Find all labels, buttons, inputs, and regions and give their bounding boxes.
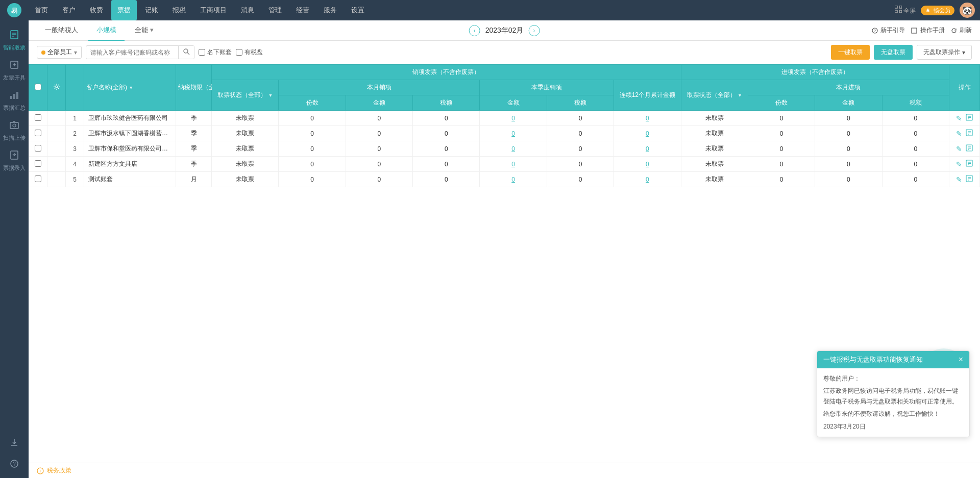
row-edit-icon[interactable]: ✎ xyxy=(956,130,962,138)
row-settings-cell[interactable] xyxy=(47,126,66,141)
row-customer-name: 测试账套 xyxy=(84,172,176,187)
row-sales-month-amount: 0 xyxy=(346,141,412,157)
sidebar-item-open-invoice[interactable]: 发票开具 xyxy=(0,56,29,86)
has-taxdisk-input[interactable] xyxy=(236,49,242,56)
cumulative-link[interactable]: 0 xyxy=(646,176,649,183)
quarter-amount-link[interactable]: 0 xyxy=(511,145,515,153)
nav-bookkeeping[interactable]: 记账 xyxy=(139,0,164,20)
select-all-checkbox[interactable] xyxy=(35,84,41,90)
row-sales-month-amount: 0 xyxy=(346,172,412,187)
row-purchase-month-amount: 0 xyxy=(815,111,882,126)
row-edit-icon[interactable]: ✎ xyxy=(956,114,962,122)
sidebar: 智能取票 发票开具 票据汇总 扫描 xyxy=(0,20,29,478)
th-sales-quarter-amount: 金额 xyxy=(480,95,547,111)
row-settings-cell[interactable] xyxy=(47,172,66,187)
row-checkbox-cell[interactable] xyxy=(29,141,47,157)
nav-operations[interactable]: 经营 xyxy=(290,0,315,20)
row-checkbox[interactable] xyxy=(35,175,41,182)
row-purchase-month-count: 0 xyxy=(748,157,815,172)
row-edit-icon[interactable]: ✎ xyxy=(956,145,962,153)
refresh-link[interactable]: 刷新 xyxy=(951,26,972,35)
row-detail-icon[interactable] xyxy=(966,130,973,138)
quarter-amount-link[interactable]: 0 xyxy=(511,176,515,183)
row-checkbox-cell[interactable] xyxy=(29,126,47,141)
row-checkbox[interactable] xyxy=(35,160,41,167)
my-accounts-input[interactable] xyxy=(199,49,205,56)
tab-dropdown-icon[interactable]: ▾ xyxy=(150,26,154,34)
tab-small-scale[interactable]: 小规模 xyxy=(88,20,125,41)
quarter-amount-link[interactable]: 0 xyxy=(511,130,515,137)
nav-management[interactable]: 管理 xyxy=(262,0,288,20)
th-tax-period[interactable]: 纳税期限（全部） xyxy=(176,65,212,111)
next-month-button[interactable]: › xyxy=(528,25,540,36)
svg-rect-2 xyxy=(895,6,897,8)
row-cumulative: 0 xyxy=(614,157,681,172)
sidebar-download[interactable] xyxy=(5,434,23,452)
app-logo[interactable]: 易 xyxy=(5,1,23,19)
search-button[interactable] xyxy=(178,46,194,59)
row-detail-icon[interactable] xyxy=(966,160,973,168)
row-checkbox[interactable] xyxy=(35,130,41,136)
tab-all-capable[interactable]: 全能 ▾ xyxy=(127,20,162,41)
nav-service[interactable]: 服务 xyxy=(317,0,343,20)
nav-messages[interactable]: 消息 xyxy=(235,0,260,20)
sidebar-item-entry[interactable]: 票据录入 xyxy=(0,146,29,176)
filter-dropdown-icon: ▾ xyxy=(74,49,77,56)
row-edit-icon[interactable]: ✎ xyxy=(956,175,962,184)
nav-home[interactable]: 首页 xyxy=(29,0,54,20)
row-settings-cell[interactable] xyxy=(47,157,66,172)
fullscreen-button[interactable]: 全屏 xyxy=(895,6,916,15)
sidebar-item-smart-invoice[interactable]: 智能取票 xyxy=(0,26,29,56)
my-accounts-checkbox[interactable]: 名下账套 xyxy=(199,48,232,57)
has-taxdisk-checkbox[interactable]: 有税盘 xyxy=(236,48,263,57)
onekey-fetch-button[interactable]: 一键取票 xyxy=(831,45,870,60)
row-detail-icon[interactable] xyxy=(966,114,973,122)
search-input[interactable] xyxy=(86,47,178,58)
vip-badge[interactable]: 畅会员 xyxy=(921,6,954,15)
cumulative-link[interactable]: 0 xyxy=(646,145,649,153)
row-detail-icon[interactable] xyxy=(966,175,973,184)
nav-invoice[interactable]: 票据 xyxy=(111,0,137,20)
nodisk-fetch-button[interactable]: 无盘取票 xyxy=(874,45,913,60)
row-settings-cell[interactable] xyxy=(47,111,66,126)
row-edit-icon[interactable]: ✎ xyxy=(956,160,962,168)
manual-link[interactable]: 操作手册 xyxy=(911,26,944,35)
row-actions-cell: ✎ xyxy=(949,172,980,187)
user-avatar[interactable]: 🐼 xyxy=(960,3,975,18)
tax-policy-link[interactable]: 税务政策 xyxy=(47,466,71,475)
th-customer-name[interactable]: 客户名称(全部) xyxy=(84,65,176,111)
prev-month-button[interactable]: ‹ xyxy=(469,25,480,36)
th-checkbox[interactable] xyxy=(29,65,47,111)
row-detail-icon[interactable] xyxy=(966,145,973,153)
sidebar-help[interactable]: ? xyxy=(5,455,23,473)
quarter-amount-link[interactable]: 0 xyxy=(511,115,515,122)
th-purchase-status[interactable]: 取票状态（全部） xyxy=(681,80,748,111)
row-checkbox[interactable] xyxy=(35,114,41,121)
nodisk-ops-button[interactable]: 无盘取票操作 ▾ xyxy=(917,45,972,60)
th-settings[interactable] xyxy=(47,65,66,111)
quarter-amount-link[interactable]: 0 xyxy=(511,161,515,168)
nav-tax[interactable]: 报税 xyxy=(166,0,192,20)
row-checkbox-cell[interactable] xyxy=(29,172,47,187)
cumulative-link[interactable]: 0 xyxy=(646,115,649,122)
row-settings-cell[interactable] xyxy=(47,141,66,157)
tab-general-taxpayer[interactable]: 一般纳税人 xyxy=(37,20,86,41)
cumulative-link[interactable]: 0 xyxy=(646,130,649,137)
notification-close-button[interactable]: × xyxy=(959,356,963,364)
row-purchase-status: 未取票 xyxy=(681,126,748,141)
row-checkbox-cell[interactable] xyxy=(29,157,47,172)
nav-business[interactable]: 工商项目 xyxy=(194,0,233,20)
sidebar-item-summary[interactable]: 票据汇总 xyxy=(0,86,29,116)
cumulative-link[interactable]: 0 xyxy=(646,161,649,168)
th-sales-status[interactable]: 取票状态（全部） xyxy=(212,80,279,111)
row-checkbox-cell[interactable] xyxy=(29,111,47,126)
beginner-guide-link[interactable]: ? 新手引导 xyxy=(872,26,905,35)
row-checkbox[interactable] xyxy=(35,145,41,152)
sidebar-item-scan[interactable]: 扫描上传 xyxy=(0,116,29,146)
nav-billing[interactable]: 收费 xyxy=(84,0,109,20)
employee-filter[interactable]: 全部员工 ▾ xyxy=(37,46,82,59)
bottom-bar: i 税务政策 xyxy=(29,463,980,478)
nav-customer[interactable]: 客户 xyxy=(56,0,82,20)
nav-settings[interactable]: 设置 xyxy=(345,0,371,20)
row-sales-status: 未取票 xyxy=(212,157,279,172)
